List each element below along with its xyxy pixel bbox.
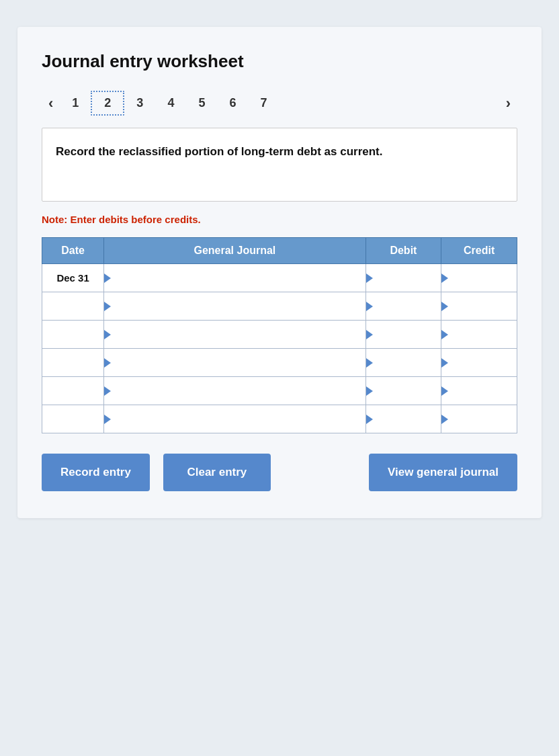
page-title: Journal entry worksheet <box>42 51 517 72</box>
tri-credit-1 <box>441 274 448 283</box>
next-arrow[interactable]: › <box>499 92 517 115</box>
table-row <box>42 292 517 321</box>
debit-input-2[interactable] <box>366 292 441 320</box>
clear-entry-button[interactable]: Clear entry <box>163 454 271 491</box>
tri-debit-4 <box>366 358 373 368</box>
col-header-credit: Credit <box>441 238 517 264</box>
debit-input-3[interactable] <box>366 321 441 348</box>
debit-input-6[interactable] <box>366 405 441 433</box>
record-entry-button[interactable]: Record entry <box>42 454 150 491</box>
table-row <box>42 321 517 349</box>
page-num-4[interactable]: 4 <box>155 92 186 114</box>
credit-cell-5[interactable] <box>441 377 517 405</box>
gj-cell-6[interactable] <box>104 405 366 433</box>
gj-input-3[interactable] <box>104 321 365 348</box>
tri-credit-4 <box>441 358 448 368</box>
tri-debit-5 <box>366 386 373 396</box>
tri-gj-4 <box>104 358 111 368</box>
gj-cell-3[interactable] <box>104 321 366 349</box>
date-cell-3 <box>42 321 104 349</box>
tri-gj-2 <box>104 302 111 311</box>
tri-credit-5 <box>441 386 448 396</box>
debit-cell-2[interactable] <box>366 292 441 321</box>
debit-cell-6[interactable] <box>366 405 441 433</box>
credit-input-6[interactable] <box>441 405 517 433</box>
table-row <box>42 349 517 377</box>
tri-gj-6 <box>104 415 111 424</box>
debit-input-4[interactable] <box>366 349 441 376</box>
debit-cell-4[interactable] <box>366 349 441 377</box>
tri-debit-3 <box>366 330 373 339</box>
gj-cell-4[interactable] <box>104 349 366 377</box>
credit-cell-6[interactable] <box>441 405 517 433</box>
page-num-5[interactable]: 5 <box>186 92 217 114</box>
gj-input-5[interactable] <box>104 377 365 405</box>
date-cell-4 <box>42 349 104 377</box>
gj-cell-2[interactable] <box>104 292 366 321</box>
credit-cell-1[interactable] <box>441 264 517 292</box>
pagination: ‹ 1 2 3 4 5 6 7 › <box>42 91 517 116</box>
page-num-3[interactable]: 3 <box>124 92 155 114</box>
tri-credit-2 <box>441 302 448 311</box>
debit-cell-5[interactable] <box>366 377 441 405</box>
tri-credit-3 <box>441 330 448 339</box>
prev-arrow[interactable]: ‹ <box>42 92 60 115</box>
credit-cell-3[interactable] <box>441 321 517 349</box>
gj-cell-5[interactable] <box>104 377 366 405</box>
tri-gj-5 <box>104 386 111 396</box>
view-journal-button[interactable]: View general journal <box>369 454 517 491</box>
credit-input-4[interactable] <box>441 349 517 376</box>
debit-input-5[interactable] <box>366 377 441 405</box>
button-row: Record entry Clear entry View general jo… <box>42 454 517 491</box>
gj-input-4[interactable] <box>104 349 365 376</box>
gj-input-1[interactable] <box>104 264 365 292</box>
journal-table: Date General Journal Debit Credit Dec 31 <box>42 237 517 433</box>
tri-debit-6 <box>366 415 373 424</box>
credit-input-3[interactable] <box>441 321 517 348</box>
instruction-text: Record the reclassified portion of long-… <box>56 143 503 161</box>
credit-cell-2[interactable] <box>441 292 517 321</box>
gj-cell-1[interactable] <box>104 264 366 292</box>
credit-input-1[interactable] <box>441 264 517 292</box>
page-num-7[interactable]: 7 <box>248 92 279 114</box>
debit-cell-3[interactable] <box>366 321 441 349</box>
page-num-2[interactable]: 2 <box>91 91 124 116</box>
page-num-1[interactable]: 1 <box>60 92 91 114</box>
credit-input-2[interactable] <box>441 292 517 320</box>
credit-input-5[interactable] <box>441 377 517 405</box>
debit-input-1[interactable] <box>366 264 441 292</box>
date-cell-6 <box>42 405 104 433</box>
table-row <box>42 405 517 433</box>
tri-debit-1 <box>366 274 373 283</box>
col-header-debit: Debit <box>366 238 441 264</box>
gj-input-2[interactable] <box>104 292 365 320</box>
tri-indicator <box>104 274 111 283</box>
tri-credit-6 <box>441 415 448 424</box>
date-cell-2 <box>42 292 104 321</box>
note-text: Note: Enter debits before credits. <box>42 214 517 225</box>
instruction-box: Record the reclassified portion of long-… <box>42 128 517 202</box>
gj-input-6[interactable] <box>104 405 365 433</box>
tri-debit-2 <box>366 302 373 311</box>
main-container: Journal entry worksheet ‹ 1 2 3 4 5 6 7 … <box>17 27 542 518</box>
page-num-6[interactable]: 6 <box>217 92 248 114</box>
col-header-date: Date <box>42 238 104 264</box>
debit-cell-1[interactable] <box>366 264 441 292</box>
table-row: Dec 31 <box>42 264 517 292</box>
date-cell-1: Dec 31 <box>42 264 104 292</box>
credit-cell-4[interactable] <box>441 349 517 377</box>
tri-gj-3 <box>104 330 111 339</box>
table-row <box>42 377 517 405</box>
date-cell-5 <box>42 377 104 405</box>
col-header-gj: General Journal <box>104 238 366 264</box>
